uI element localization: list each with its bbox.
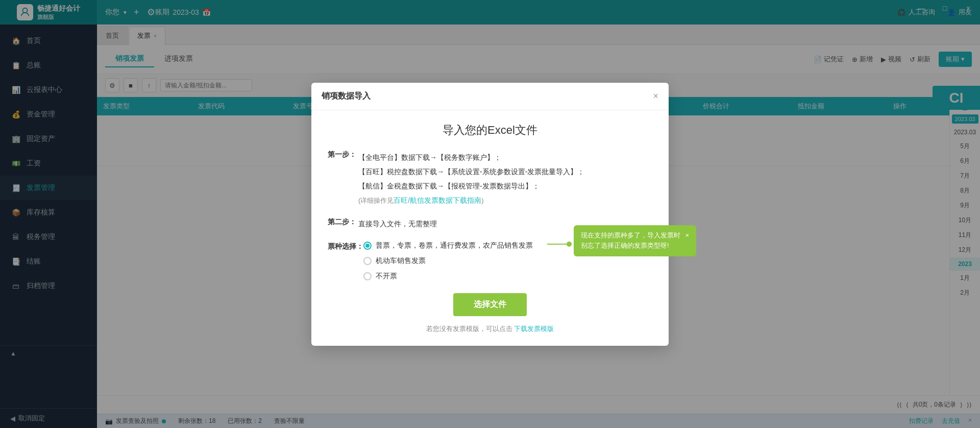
tooltip-bubble: × 现在支持的票种多了，导入发票时别忘了选择正确的发票类型呀! [574, 225, 696, 257]
radio-motor-label: 机动车销售发票 [376, 256, 426, 266]
step1-label: 第一步： [328, 150, 358, 159]
step1-link-paren: (详细操作见 [358, 197, 394, 204]
select-file-btn[interactable]: 选择文件 [453, 293, 527, 316]
step1-line3: 【航信】金税盘数据下载→【报税管理-发票数据导出】； [358, 182, 540, 190]
import-modal: 销项数据导入 × 导入您的Excel文件 第一步： 【全电平台】数据下载→【税务… [311, 83, 669, 346]
step2-content: 直接导入文件，无需整理 [358, 220, 437, 229]
step2-label: 第二步： [328, 218, 358, 227]
step1-content: 【全电平台】数据下载→【税务数字账户】； 【百旺】税控盘数据下载→【系统设置-系… [358, 150, 584, 207]
radio-no-invoice[interactable]: 不开票 [363, 272, 537, 281]
radio-label: 票种选择： [328, 242, 363, 251]
radio-motor-circle [363, 257, 372, 265]
modal-header: 销项数据导入 × [311, 83, 669, 110]
modal-close-btn[interactable]: × [653, 91, 658, 102]
radio-motor[interactable]: 机动车销售发票 [363, 256, 537, 266]
modal-body: 导入您的Excel文件 第一步： 【全电平台】数据下载→【税务数字账户】； 【百… [311, 110, 669, 346]
radio-no-invoice-circle [363, 272, 372, 280]
footer-prefix: 若您没有发票模版，可以点击 [426, 325, 512, 332]
radio-section: 票种选择： 普票，专票，卷票，通行费发票，农产品销售发票 × [328, 241, 652, 281]
step1-line2: 【百旺】税控盘数据下载→【系统设置-系统参数设置-发票批量导入】； [358, 168, 584, 176]
modal-main-title: 导入您的Excel文件 [328, 123, 652, 138]
tooltip-text: 现在支持的票种多了，导入发票时别忘了选择正确的发票类型呀! [581, 231, 680, 250]
tooltip-close-btn[interactable]: × [685, 230, 689, 241]
radio-normal-circle [363, 242, 372, 250]
radio-normal[interactable]: 普票，专票，卷票，通行费发票，农产品销售发票 × 现在支持的票种多了，导入发票时… [363, 241, 537, 250]
modal-overlay[interactable]: 销项数据导入 × 导入您的Excel文件 第一步： 【全电平台】数据下载→【税务… [0, 0, 980, 428]
step1-section: 第一步： 【全电平台】数据下载→【税务数字账户】； 【百旺】税控盘数据下载→【系… [328, 150, 652, 207]
radio-group: 普票，专票，卷票，通行费发票，农产品销售发票 × 现在支持的票种多了，导入发票时… [363, 241, 537, 281]
step1-guide-link[interactable]: 百旺/航信发票数据下载指南 [394, 196, 481, 204]
radio-normal-label: 普票，专票，卷票，通行费发票，农产品销售发票 [376, 241, 533, 250]
modal-footer-text: 若您没有发票模版，可以点击 下载发票模版 [328, 324, 652, 334]
download-template-link[interactable]: 下载发票模版 [514, 325, 554, 332]
modal-title: 销项数据导入 [322, 91, 371, 102]
radio-no-invoice-label: 不开票 [376, 272, 397, 281]
step1-line1: 【全电平台】数据下载→【税务数字账户】； [358, 153, 501, 161]
